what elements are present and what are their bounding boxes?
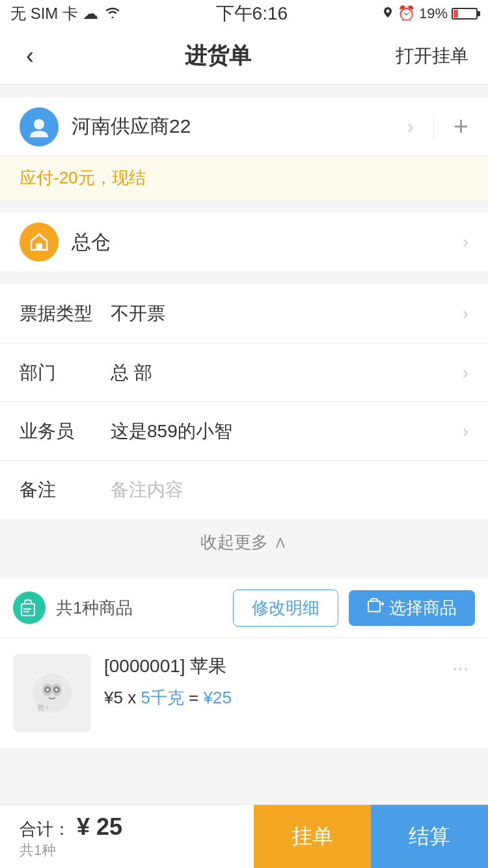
alert-banner: 应付-20元，现结 bbox=[0, 156, 488, 200]
battery-text: 19% bbox=[419, 5, 448, 22]
product-unit-price: ¥5 bbox=[104, 688, 123, 707]
select-product-label: 选择商品 bbox=[389, 597, 457, 619]
product-title: 苹果 bbox=[190, 656, 226, 676]
warehouse-chevron-icon: › bbox=[463, 232, 468, 252]
supplier-row[interactable]: 河南供应商22 › + bbox=[0, 98, 488, 156]
vertical-divider bbox=[433, 114, 434, 140]
total-count: 共1种 bbox=[20, 841, 234, 860]
battery-icon bbox=[452, 8, 478, 20]
warehouse-name: 总仓 bbox=[59, 229, 463, 256]
nav-bar: ‹ 进货单 打开挂单 bbox=[0, 27, 488, 85]
svg-point-0 bbox=[386, 10, 389, 13]
form-section: 票据类型 不开票 › 部门 总 部 › 业务员 这是859的小智 › 备注 备注… bbox=[0, 284, 488, 519]
salesperson-value: 这是859的小智 bbox=[98, 419, 463, 444]
bottom-bar: 合计： ¥ 25 共1种 挂单 结算 bbox=[0, 804, 488, 868]
product-item: 餐+ [0000001] 苹果 ¥5 x 5千克 = ¥25 ··· bbox=[0, 638, 488, 748]
settle-button[interactable]: 结算 bbox=[371, 805, 488, 869]
product-info: [0000001] 苹果 ¥5 x 5千克 = ¥25 bbox=[91, 654, 446, 709]
remark-value[interactable]: 备注内容 bbox=[98, 478, 468, 502]
product-name: [0000001] 苹果 bbox=[104, 654, 446, 679]
product-multiplier: x bbox=[128, 688, 141, 707]
svg-point-11 bbox=[55, 688, 58, 691]
spacer-2 bbox=[0, 200, 488, 213]
total-label: 合计： ¥ 25 bbox=[20, 813, 234, 841]
total-amount: ¥ 25 bbox=[77, 813, 122, 841]
svg-point-10 bbox=[46, 688, 49, 691]
warehouse-section: 总仓 › bbox=[0, 213, 488, 271]
hang-order-button[interactable]: 挂单 bbox=[254, 805, 371, 869]
form-row-salesperson[interactable]: 业务员 这是859的小智 › bbox=[0, 401, 488, 460]
spacer-1 bbox=[0, 85, 488, 98]
status-left: 无 SIM 卡 ☁ bbox=[10, 3, 122, 24]
remark-label: 备注 bbox=[20, 478, 98, 502]
ticket-chevron-icon: › bbox=[463, 303, 468, 324]
product-total: ¥25 bbox=[204, 688, 232, 707]
wifi-icon bbox=[103, 5, 122, 23]
product-count-text: 共1种商品 bbox=[46, 597, 233, 619]
spacer-4 bbox=[0, 565, 488, 578]
form-row-ticket[interactable]: 票据类型 不开票 › bbox=[0, 284, 488, 343]
svg-rect-4 bbox=[368, 601, 380, 612]
sim-label: 无 SIM 卡 ☁ bbox=[10, 3, 98, 24]
ticket-type-value: 不开票 bbox=[98, 301, 463, 326]
product-more-button[interactable]: ··· bbox=[446, 654, 475, 681]
status-right: ⏰ 19% bbox=[382, 5, 478, 22]
svg-point-1 bbox=[34, 119, 44, 129]
collapse-label: 收起更多 ∧ bbox=[200, 531, 287, 554]
product-count-icon bbox=[13, 591, 46, 624]
product-header: 共1种商品 修改明细 选择商品 bbox=[0, 578, 488, 637]
warehouse-row[interactable]: 总仓 › bbox=[0, 213, 488, 271]
department-label: 部门 bbox=[20, 360, 98, 385]
salesperson-label: 业务员 bbox=[20, 419, 98, 444]
edit-detail-button[interactable]: 修改明细 bbox=[233, 590, 338, 627]
product-image: 餐+ bbox=[13, 654, 91, 732]
supplier-section: 河南供应商22 › + 应付-20元，现结 bbox=[0, 98, 488, 200]
supplier-name: 河南供应商22 bbox=[59, 113, 407, 140]
product-code: [0000001] bbox=[104, 656, 185, 676]
alarm-icon: ⏰ bbox=[398, 5, 415, 22]
svg-text:餐+: 餐+ bbox=[37, 703, 49, 712]
product-price-row: ¥5 x 5千克 = ¥25 bbox=[104, 686, 446, 709]
open-pending-button[interactable]: 打开挂单 bbox=[396, 44, 468, 68]
cart-icon bbox=[367, 597, 384, 619]
back-button[interactable]: ‹ bbox=[20, 36, 40, 76]
warehouse-icon bbox=[20, 223, 59, 262]
form-row-department[interactable]: 部门 总 部 › bbox=[0, 343, 488, 401]
department-chevron-icon: › bbox=[463, 362, 468, 383]
status-time: 下午6:16 bbox=[216, 1, 288, 26]
department-value: 总 部 bbox=[98, 360, 463, 385]
total-section: 合计： ¥ 25 共1种 bbox=[0, 813, 254, 860]
form-row-remark[interactable]: 备注 备注内容 bbox=[0, 460, 488, 519]
product-equals: = bbox=[189, 688, 203, 707]
select-product-button[interactable]: 选择商品 bbox=[349, 590, 475, 626]
alert-text: 应付-20元，现结 bbox=[20, 168, 146, 187]
svg-rect-2 bbox=[36, 243, 42, 250]
collapse-toggle[interactable]: 收起更多 ∧ bbox=[0, 519, 488, 565]
status-bar: 无 SIM 卡 ☁ 下午6:16 ⏰ 19% bbox=[0, 0, 488, 27]
supplier-chevron-icon: › bbox=[407, 116, 413, 137]
page-title: 进货单 bbox=[185, 41, 251, 71]
total-text: 合计： bbox=[20, 818, 70, 841]
supplier-avatar bbox=[20, 107, 59, 146]
spacer-3 bbox=[0, 271, 488, 284]
product-quantity: 5千克 bbox=[141, 688, 183, 707]
location-icon bbox=[382, 5, 394, 22]
add-supplier-button[interactable]: + bbox=[454, 112, 468, 141]
ticket-type-label: 票据类型 bbox=[20, 301, 98, 326]
salesperson-chevron-icon: › bbox=[463, 421, 468, 442]
